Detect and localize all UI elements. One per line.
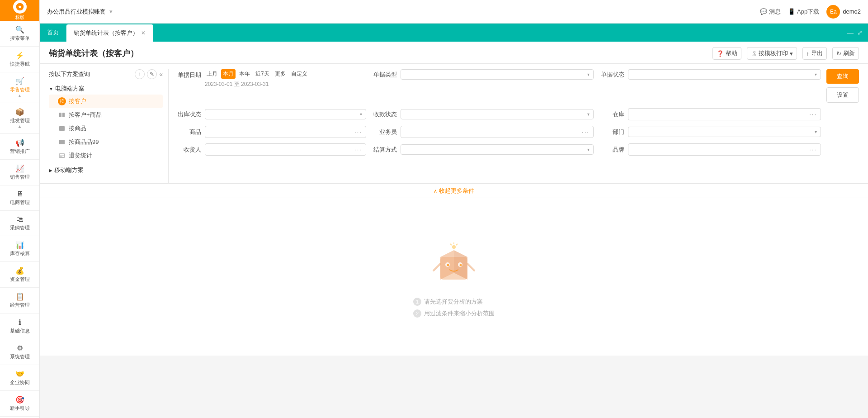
chevron-right-icon: ▶ xyxy=(49,168,52,173)
scheme-btns: + ✎ « xyxy=(135,69,163,79)
user-name: demo2 xyxy=(843,8,861,15)
dots-icon: ··· xyxy=(354,128,362,135)
empty-hints: 1 请先选择要分析的方案 2 用过滤条件来缩小分析范围 xyxy=(413,296,495,319)
sidebar-item-ecommerce[interactable]: 🖥 电商管理 xyxy=(0,185,40,211)
settlement-dropdown[interactable]: ▾ xyxy=(401,144,594,155)
collapse-bar[interactable]: ∧ 收起更多条件 xyxy=(40,184,868,198)
out-status-dropdown[interactable]: ▾ xyxy=(205,109,366,119)
filter-order-type-field: 单据类型 ▾ xyxy=(372,69,594,80)
scheme-item-label: 按客户+商品 xyxy=(69,111,102,119)
order-status-dropdown[interactable]: ▾ xyxy=(628,69,821,80)
wholesale-icon: 📦 xyxy=(2,108,38,116)
date-opt-last-month[interactable]: 上月 xyxy=(205,69,219,79)
sales-icon: 📈 xyxy=(2,164,38,173)
tab-sales-stat[interactable]: 销货单统计表（按客户） ✕ xyxy=(66,24,153,42)
user-area[interactable]: Ea demo2 xyxy=(826,5,861,19)
goods-icon xyxy=(58,124,66,133)
maximize-btn[interactable]: ⤢ xyxy=(857,29,863,36)
sidebar: 标版 🔍 搜索菜单 ⚡ 快捷导航 🛒 零售管理 ▲ 📦 批发管理 ▲ 📢 营销推… xyxy=(0,0,40,418)
topbar-dropdown-btn[interactable]: ▾ xyxy=(109,8,113,15)
customer-scheme-icon: 按 xyxy=(58,97,66,105)
sidebar-item-operations[interactable]: 📋 经营管理 xyxy=(0,288,40,314)
consignee-label: 收货人 xyxy=(176,146,201,154)
settlement-label: 结算方式 xyxy=(372,146,397,154)
scheme-item-by-customer-goods[interactable]: 按客户+商品 xyxy=(49,108,163,122)
refresh-label: 刷新 xyxy=(843,49,855,57)
message-btn[interactable]: 💬 消息 xyxy=(760,8,781,16)
date-options: 上月 本月 本年 近7天 更多 自定义 xyxy=(205,69,366,79)
scheme-group-header-desktop[interactable]: ▼ 电脑端方案 xyxy=(49,83,163,95)
scheme-edit-btn[interactable]: ✎ xyxy=(147,69,157,79)
date-opt-custom[interactable]: 自定义 xyxy=(289,69,309,79)
sidebar-item-basic-info[interactable]: ℹ 基础信息 xyxy=(0,314,40,339)
scheme-collapse-btn[interactable]: « xyxy=(159,71,163,78)
logo[interactable]: 标版 xyxy=(0,0,40,21)
brand-label: 品牌 xyxy=(599,146,624,154)
sidebar-item-sales[interactable]: 📈 销售管理 xyxy=(0,160,40,185)
date-opt-this-month[interactable]: 本月 xyxy=(221,69,236,79)
warehouse-dropdown[interactable]: ··· xyxy=(628,108,821,120)
sidebar-item-retail[interactable]: 🛒 零售管理 ▲ xyxy=(0,72,40,103)
date-opt-this-year[interactable]: 本年 xyxy=(237,69,252,79)
app-download-btn[interactable]: 📱 App下载 xyxy=(788,8,819,16)
empty-hint-2: 2 用过滤条件来缩小分析范围 xyxy=(413,308,495,319)
empty-hint-1: 1 请先选择要分析的方案 xyxy=(413,296,495,308)
sidebar-item-system[interactable]: ⚙ 系统管理 xyxy=(0,339,40,365)
home-label: 首页 xyxy=(47,28,59,37)
filter-row-4: 收货人 ··· 结算方式 ▾ 品牌 xyxy=(176,143,859,156)
out-status-label: 出库状态 xyxy=(176,110,201,119)
close-icon[interactable]: ✕ xyxy=(141,30,146,36)
sidebar-item-label: 快捷导航 xyxy=(2,61,38,67)
svg-line-19 xyxy=(450,244,452,245)
scheme-item-by-customer[interactable]: 按 按客户 xyxy=(49,95,163,108)
scheme-group-header-mobile[interactable]: ▶ 移动端方案 xyxy=(49,164,163,176)
scheme-item-by-goods[interactable]: 按商品 xyxy=(49,122,163,135)
svg-point-17 xyxy=(452,245,456,249)
sidebar-item-inventory[interactable]: 📊 库存核算 xyxy=(0,236,40,262)
salesperson-dropdown[interactable]: ··· xyxy=(401,126,594,138)
chevron-down-icon: ▲ xyxy=(2,124,38,129)
help-btn[interactable]: ❓ 帮助 xyxy=(712,47,741,60)
date-opt-7days[interactable]: 近7天 xyxy=(254,69,271,79)
order-type-dropdown[interactable]: ▾ xyxy=(401,69,594,80)
goods-dropdown[interactable]: ··· xyxy=(205,126,366,138)
inventory-icon: 📊 xyxy=(2,241,38,249)
filter-department-field: 部门 ▾ xyxy=(599,127,821,137)
department-dropdown[interactable]: ▾ xyxy=(628,127,821,137)
print-dropdown-icon: ▾ xyxy=(790,50,793,57)
svg-rect-2 xyxy=(62,113,65,117)
svg-line-15 xyxy=(434,264,440,271)
settings-btn[interactable]: 设置 xyxy=(826,87,859,103)
export-label: 导出 xyxy=(811,49,823,57)
export-btn[interactable]: ↑ 导出 xyxy=(802,47,827,60)
scheme-item-by-goods-99[interactable]: 按商品品99 xyxy=(49,135,163,149)
date-opt-more[interactable]: 更多 xyxy=(273,69,288,79)
scheme-add-btn[interactable]: + xyxy=(135,69,145,79)
sidebar-item-enterprise[interactable]: 🤝 企业协同 xyxy=(0,365,40,391)
sidebar-item-wholesale[interactable]: 📦 批发管理 ▲ xyxy=(0,103,40,134)
sidebar-item-purchase[interactable]: 🛍 采购管理 xyxy=(0,211,40,236)
sidebar-item-search[interactable]: 🔍 搜索菜单 xyxy=(0,21,40,47)
collapse-up-icon: ∧ xyxy=(434,188,437,194)
svg-rect-3 xyxy=(59,126,65,131)
refresh-btn[interactable]: ↻ 刷新 xyxy=(832,47,859,60)
dots-icon: ··· xyxy=(582,128,590,135)
consignee-dropdown[interactable]: ··· xyxy=(205,143,366,156)
chevron-down-icon: ▾ xyxy=(587,147,590,152)
brand-dropdown[interactable]: ··· xyxy=(628,143,821,156)
filter-area: 按以下方案查询 + ✎ « xyxy=(40,64,868,184)
sidebar-item-quick-nav[interactable]: ⚡ 快捷导航 xyxy=(0,47,40,72)
filter-warehouse-field: 仓库 ··· xyxy=(599,108,821,120)
filter-row-1: 单据日期 上月 本月 本年 近7天 更多 自定义 2023-03-01 至 20… xyxy=(176,69,859,103)
scheme-panel: 按以下方案查询 + ✎ « xyxy=(49,69,169,183)
template-print-btn[interactable]: 🖨 按模板打印 ▾ xyxy=(747,47,797,60)
order-type-label: 单据类型 xyxy=(372,71,397,79)
receipt-status-dropdown[interactable]: ▾ xyxy=(401,109,594,119)
query-btn[interactable]: 查询 xyxy=(826,69,859,84)
sidebar-item-marketing[interactable]: 📢 营销推广 xyxy=(0,134,40,160)
minimize-btn[interactable]: — xyxy=(847,29,854,36)
scheme-item-return-stat[interactable]: 退货统计 xyxy=(49,149,163,162)
tab-home[interactable]: 首页 xyxy=(40,24,66,42)
sidebar-item-new-guide[interactable]: 🎯 新手引导 xyxy=(0,391,40,417)
sidebar-item-finance[interactable]: 💰 资金管理 xyxy=(0,262,40,288)
